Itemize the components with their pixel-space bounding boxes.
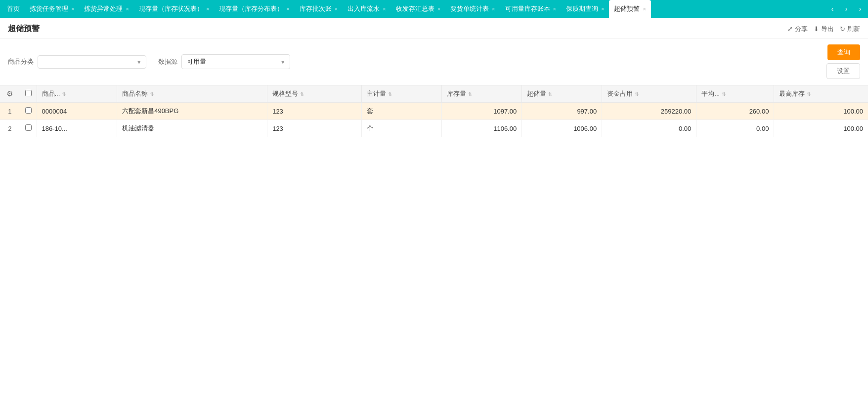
th-unit[interactable]: 主计量 ⇅	[362, 85, 442, 103]
sort-icon-inventory: ⇅	[468, 91, 472, 97]
th-product-name-label: 商品名称	[122, 89, 148, 98]
nav-item-inventory-batch[interactable]: 库存批次账 ×	[295, 0, 343, 18]
row-checkbox-0[interactable]	[25, 107, 32, 114]
nav-item-available-inventory[interactable]: 可用量库存账本 ×	[500, 0, 561, 18]
th-settings[interactable]: ⚙	[0, 85, 20, 103]
nav-label-preheat-task: 拣货任务管理	[30, 4, 68, 13]
share-label: 分享	[795, 25, 808, 34]
refresh-icon: ↻	[840, 25, 845, 33]
nav-right-controls: ‹ › ›	[826, 0, 866, 18]
row-num-0: 1	[0, 103, 20, 120]
nav-item-recv-send-summary[interactable]: 收发存汇总表 ×	[391, 0, 445, 18]
th-product-name[interactable]: 商品名称 ⇅	[117, 85, 267, 103]
select-all-checkbox[interactable]	[25, 90, 32, 96]
nav-arrow-right[interactable]: ›	[840, 0, 852, 18]
export-button[interactable]: ⬇ 导出	[814, 25, 834, 34]
th-overstock-label: 超储量	[527, 89, 546, 98]
th-capital[interactable]: 资金占用 ⇅	[602, 85, 696, 103]
nav-item-inventory-status[interactable]: 现存量（库存状况表） ×	[134, 0, 214, 18]
th-overstock[interactable]: 超储量 ⇅	[522, 85, 602, 103]
th-max-inventory[interactable]: 最高库存 ⇅	[774, 85, 868, 103]
row-spec-1: 123	[267, 120, 362, 137]
th-avg-label: 平均...	[701, 89, 720, 98]
th-avg[interactable]: 平均... ⇅	[696, 85, 774, 103]
gear-icon[interactable]: ⚙	[6, 89, 13, 98]
refresh-button[interactable]: ↻ 刷新	[840, 25, 860, 34]
th-spec-label: 规格型号	[272, 89, 298, 98]
th-max-inventory-label: 最高库存	[779, 89, 805, 98]
nav-label-overstock-warning: 超储预警	[614, 4, 640, 13]
row-avg-1: 0.00	[696, 120, 774, 137]
th-capital-label: 资金占用	[607, 89, 633, 98]
close-icon-quality-check[interactable]: ×	[601, 6, 604, 12]
share-button[interactable]: ⤢ 分享	[787, 25, 808, 34]
nav-item-preheat-task[interactable]: 拣货任务管理 ×	[25, 0, 79, 18]
refresh-label: 刷新	[847, 25, 860, 34]
nav-label-inventory-batch: 库存批次账	[300, 4, 332, 13]
th-product-code-label: 商品...	[42, 89, 60, 98]
row-checkbox-cell-0	[20, 103, 37, 120]
table-row: 2 186-10... 机油滤清器 123 个 1106.00 1006.00 …	[0, 120, 868, 137]
th-spec[interactable]: 规格型号 ⇅	[267, 85, 362, 103]
close-icon-inventory-status[interactable]: ×	[206, 6, 209, 12]
datasource-select[interactable]: 可用量 ▾	[181, 54, 290, 69]
row-product-name-1: 机油滤清器	[117, 120, 267, 137]
row-checkbox-cell-1	[20, 120, 37, 137]
category-filter: 商品分类 ▾	[8, 55, 146, 69]
close-icon-in-out-flow[interactable]: ×	[383, 6, 386, 12]
close-icon-inventory-batch[interactable]: ×	[335, 6, 338, 12]
close-icon-order-stats[interactable]: ×	[492, 6, 495, 12]
th-inventory[interactable]: 库存量 ⇅	[442, 85, 522, 103]
nav-label-inventory-status: 现存量（库存状况表）	[139, 4, 203, 13]
nav-item-preheat-abnormal[interactable]: 拣货异常处理 ×	[79, 0, 133, 18]
th-product-code[interactable]: 商品... ⇅	[37, 85, 117, 103]
category-label: 商品分类	[8, 57, 34, 66]
row-inventory-1: 1106.00	[442, 120, 522, 137]
nav-arrow-left[interactable]: ‹	[826, 0, 838, 18]
nav-label-order-stats: 要货单统计表	[450, 4, 489, 13]
sort-icon-spec: ⇅	[300, 91, 304, 97]
nav-item-in-out-flow[interactable]: 出入库流水 ×	[343, 0, 391, 18]
row-max-inventory-1: 100.00	[774, 120, 868, 137]
th-checkbox	[20, 85, 37, 103]
nav-item-home[interactable]: 首页	[2, 0, 25, 18]
nav-label-preheat-abnormal: 拣货异常处理	[84, 4, 123, 13]
close-icon-inventory-dist[interactable]: ×	[286, 6, 289, 12]
category-select[interactable]: ▾	[38, 55, 146, 69]
row-checkbox-1[interactable]	[25, 124, 32, 131]
sort-icon-unit: ⇅	[388, 91, 392, 97]
nav-item-inventory-dist[interactable]: 现存量（库存分布表） ×	[214, 0, 294, 18]
close-icon-available-inventory[interactable]: ×	[553, 6, 556, 12]
nav-item-quality-check[interactable]: 保质期查询 ×	[561, 0, 609, 18]
settings-button[interactable]: 设置	[826, 63, 860, 79]
header-actions: ⤢ 分享 ⬇ 导出 ↻ 刷新	[787, 25, 860, 34]
close-icon-preheat-abnormal[interactable]: ×	[126, 6, 129, 12]
nav-arrow-more[interactable]: ›	[854, 0, 866, 18]
nav-bar: 首页 拣货任务管理 × 拣货异常处理 × 现存量（库存状况表） × 现存量（库存…	[0, 0, 868, 18]
table-wrapper: ⚙ 商品... ⇅ 商品名称 ⇅	[0, 85, 868, 137]
row-inventory-0: 1097.00	[442, 103, 522, 120]
sort-icon-max-inventory: ⇅	[807, 91, 811, 97]
th-inventory-label: 库存量	[447, 89, 466, 98]
datasource-value: 可用量	[187, 57, 206, 66]
nav-item-overstock-warning[interactable]: 超储预警 ×	[609, 0, 651, 18]
filter-row: 商品分类 ▾ 数据源 可用量 ▾ 查询 设置	[0, 39, 868, 85]
row-num-1: 2	[0, 120, 20, 137]
sort-icon-avg: ⇅	[722, 91, 726, 97]
row-product-code-1: 186-10...	[37, 120, 117, 137]
row-unit-1: 个	[362, 120, 442, 137]
sort-icon-capital: ⇅	[635, 91, 639, 97]
sort-icon-product-name: ⇅	[150, 91, 154, 97]
nav-label-home: 首页	[7, 4, 20, 13]
chevron-down-icon: ▾	[137, 58, 141, 66]
row-capital-1: 0.00	[602, 120, 696, 137]
close-icon-recv-send-summary[interactable]: ×	[437, 6, 440, 12]
close-icon-preheat-task[interactable]: ×	[71, 6, 74, 12]
row-unit-0: 套	[362, 103, 442, 120]
datasource-label: 数据源	[158, 57, 177, 66]
nav-item-order-stats[interactable]: 要货单统计表 ×	[445, 0, 500, 18]
share-icon: ⤢	[787, 25, 793, 33]
query-button[interactable]: 查询	[827, 44, 860, 60]
close-icon-overstock-warning[interactable]: ×	[643, 6, 646, 12]
sort-icon-product-code: ⇅	[62, 91, 66, 97]
